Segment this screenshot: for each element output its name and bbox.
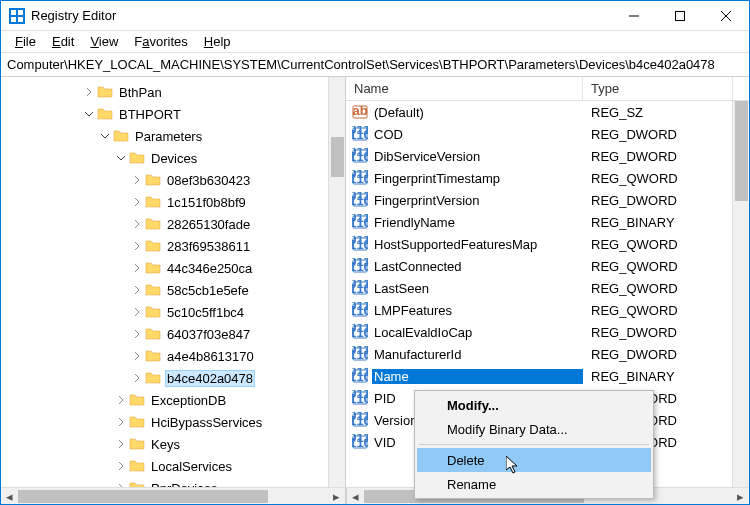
expand-icon[interactable]	[81, 84, 97, 100]
value-type: REG_DWORD	[583, 325, 733, 340]
tree-item[interactable]: 5c10c5ff1bc4	[1, 301, 345, 323]
expand-icon[interactable]	[129, 348, 145, 364]
maximize-button[interactable]	[657, 1, 703, 31]
tree-item[interactable]: Keys	[1, 433, 345, 455]
folder-icon	[145, 370, 161, 386]
value-type: REG_DWORD	[583, 127, 733, 142]
tree-item[interactable]: 44c346e250ca	[1, 257, 345, 279]
folder-icon	[129, 458, 145, 474]
tree-item[interactable]: HciBypassServices	[1, 411, 345, 433]
expand-icon[interactable]	[129, 282, 145, 298]
tree-item[interactable]: 58c5cb1e5efe	[1, 279, 345, 301]
list-row[interactable]: 011110FingerprintTimestampREG_QWORD	[346, 167, 749, 189]
tree-pane[interactable]: BthPanBTHPORTParametersDevices08ef3b6304…	[1, 77, 346, 489]
expand-icon[interactable]	[113, 436, 129, 452]
value-name: HostSupportedFeaturesMap	[372, 237, 583, 252]
svg-rect-4	[18, 17, 23, 22]
tree-item[interactable]: b4ce402a0478	[1, 367, 345, 389]
menu-help[interactable]: Help	[198, 32, 237, 51]
expand-icon[interactable]	[129, 326, 145, 342]
close-button[interactable]	[703, 1, 749, 31]
svg-text:110: 110	[352, 281, 368, 296]
column-header-type[interactable]: Type	[583, 77, 733, 100]
tree-item-label: 283f69538611	[165, 238, 252, 255]
list-vertical-scrollbar[interactable]	[732, 101, 749, 489]
tree-vertical-scrollbar[interactable]	[328, 77, 345, 489]
tree-item[interactable]: Parameters	[1, 125, 345, 147]
tree-item[interactable]: 64037f03e847	[1, 323, 345, 345]
expand-icon[interactable]	[81, 106, 97, 122]
string-value-icon: ab	[352, 104, 368, 120]
scroll-left-icon[interactable]: ◂	[1, 488, 18, 505]
tree-item-label: a4e4b8613170	[165, 348, 256, 365]
expand-icon[interactable]	[129, 260, 145, 276]
menu-view[interactable]: View	[84, 32, 124, 51]
menu-item-modify[interactable]: Modify...	[417, 393, 651, 417]
svg-text:110: 110	[352, 413, 368, 428]
tree-item[interactable]: BTHPORT	[1, 103, 345, 125]
menu-file[interactable]: File	[9, 32, 42, 51]
binary-value-icon: 011110	[352, 214, 368, 230]
list-row[interactable]: 011110ManufacturerIdREG_DWORD	[346, 343, 749, 365]
list-row[interactable]: 011110FingerprintVersionREG_DWORD	[346, 189, 749, 211]
tree-item-label: 58c5cb1e5efe	[165, 282, 251, 299]
value-name: COD	[372, 127, 583, 142]
tree-item[interactable]: 28265130fade	[1, 213, 345, 235]
expand-icon[interactable]	[113, 150, 129, 166]
binary-value-icon: 011110	[352, 302, 368, 318]
expand-icon[interactable]	[113, 392, 129, 408]
expand-icon[interactable]	[129, 172, 145, 188]
tree-item[interactable]: LocalServices	[1, 455, 345, 477]
list-row[interactable]: 011110LMPFeaturesREG_QWORD	[346, 299, 749, 321]
menu-item-delete[interactable]: Delete	[417, 448, 651, 472]
expand-icon[interactable]	[97, 128, 113, 144]
scroll-right-icon[interactable]: ▸	[732, 488, 749, 505]
menu-edit[interactable]: Edit	[46, 32, 80, 51]
expand-icon[interactable]	[129, 194, 145, 210]
mouse-cursor	[506, 456, 522, 476]
scrollbar-thumb[interactable]	[331, 137, 344, 177]
tree-item[interactable]: 08ef3b630423	[1, 169, 345, 191]
column-header-name[interactable]: Name	[346, 77, 583, 100]
expand-icon[interactable]	[129, 370, 145, 386]
address-bar[interactable]: Computer\HKEY_LOCAL_MACHINE\SYSTEM\Curre…	[1, 53, 749, 77]
expand-icon[interactable]	[129, 238, 145, 254]
value-type: REG_QWORD	[583, 303, 733, 318]
tree-item[interactable]: a4e4b8613170	[1, 345, 345, 367]
svg-text:110: 110	[352, 149, 368, 164]
folder-icon	[145, 304, 161, 320]
tree-item[interactable]: Devices	[1, 147, 345, 169]
scrollbar-thumb[interactable]	[18, 490, 268, 503]
menu-item-rename[interactable]: Rename	[417, 472, 651, 496]
expand-icon[interactable]	[129, 216, 145, 232]
list-row[interactable]: 011110NameREG_BINARY	[346, 365, 749, 387]
list-row[interactable]: 011110LocalEvaldIoCapREG_DWORD	[346, 321, 749, 343]
list-row[interactable]: 011110FriendlyNameREG_BINARY	[346, 211, 749, 233]
svg-text:110: 110	[352, 193, 368, 208]
list-row[interactable]: 011110CODREG_DWORD	[346, 123, 749, 145]
tree-item[interactable]: 283f69538611	[1, 235, 345, 257]
value-type: REG_SZ	[583, 105, 733, 120]
tree-item[interactable]: 1c151f0b8bf9	[1, 191, 345, 213]
list-row[interactable]: 011110HostSupportedFeaturesMapREG_QWORD	[346, 233, 749, 255]
list-row[interactable]: ab(Default)REG_SZ	[346, 101, 749, 123]
minimize-button[interactable]	[611, 1, 657, 31]
value-type: REG_DWORD	[583, 347, 733, 362]
scroll-left-icon[interactable]: ◂	[347, 488, 364, 505]
scrollbar-thumb[interactable]	[735, 101, 748, 201]
expand-icon[interactable]	[113, 414, 129, 430]
scroll-right-icon[interactable]: ▸	[328, 488, 345, 505]
expand-icon[interactable]	[113, 458, 129, 474]
svg-text:110: 110	[352, 391, 368, 406]
tree-item[interactable]: ExceptionDB	[1, 389, 345, 411]
menu-item-modify-binary[interactable]: Modify Binary Data...	[417, 417, 651, 441]
list-row[interactable]: 011110LastSeenREG_QWORD	[346, 277, 749, 299]
tree-item[interactable]: BthPan	[1, 81, 345, 103]
list-row[interactable]: 011110DibServiceVersionREG_DWORD	[346, 145, 749, 167]
menu-favorites[interactable]: Favorites	[128, 32, 193, 51]
svg-text:110: 110	[352, 259, 368, 274]
expand-icon[interactable]	[129, 304, 145, 320]
tree-item-label: BTHPORT	[117, 106, 183, 123]
svg-text:110: 110	[352, 127, 368, 142]
list-row[interactable]: 011110LastConnectedREG_QWORD	[346, 255, 749, 277]
